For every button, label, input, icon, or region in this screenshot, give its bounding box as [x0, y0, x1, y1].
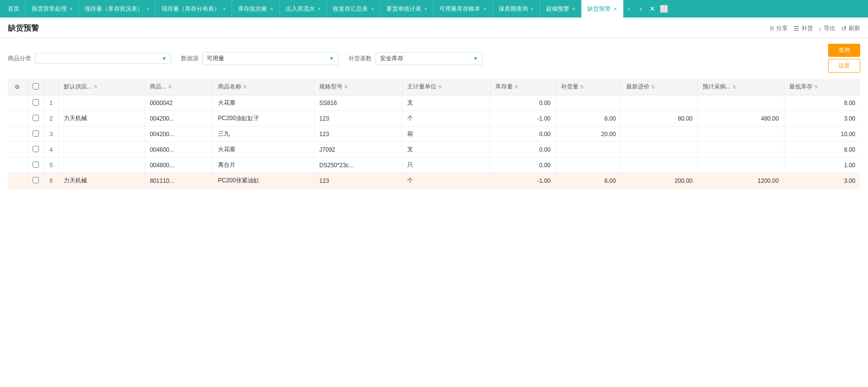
row-checkbox-2[interactable] — [33, 130, 39, 137]
row-checkbox-cell[interactable] — [27, 142, 44, 158]
tab-close-inventory-dist[interactable]: × — [223, 6, 226, 12]
select-all-checkbox[interactable] — [33, 83, 39, 89]
row-checkbox-cell[interactable] — [27, 95, 44, 111]
tab-expiry-query[interactable]: 保质期查询 × — [493, 0, 540, 18]
tab-close-batch-account[interactable]: × — [270, 6, 273, 12]
sort-icon-product-name: ⇅ — [243, 84, 247, 89]
replenish-button[interactable]: ☰ 补货 — [794, 24, 813, 33]
tab-close-recv-summary[interactable]: × — [371, 6, 374, 12]
tab-inventory-dist[interactable]: 现存量（库存分布表） × — [156, 0, 232, 18]
tab-close-expiry-query[interactable]: × — [531, 6, 534, 12]
row-min-stock-cell: 8.00 — [784, 142, 860, 158]
tab-batch-account[interactable]: 库存批次账 × — [232, 0, 279, 18]
row-est-purchase-cell: 1200.00 — [698, 173, 784, 189]
row-latest-price-cell — [621, 95, 698, 111]
row-unit-cell: 个 — [402, 111, 490, 126]
row-checkbox-4[interactable] — [33, 161, 39, 168]
tab-nav-maximize[interactable]: ⬜ — [658, 0, 670, 18]
row-min-stock-cell: 3.00 — [784, 173, 860, 189]
row-est-purchase-cell — [698, 142, 784, 158]
row-latest-price-cell: 80.00 — [621, 111, 698, 126]
tab-close-overstock-warn[interactable]: × — [572, 6, 575, 12]
row-checkbox-1[interactable] — [33, 115, 39, 121]
row-num-cell: 5 — [44, 158, 58, 173]
th-product-name[interactable]: 商品名称 ⇅ — [213, 79, 314, 95]
tab-demand-stat[interactable]: 要货单统计表 × — [380, 0, 434, 18]
th-min-stock[interactable]: 最低库存 ⇅ — [784, 79, 860, 95]
replenish-base-filter-group: 补货基数 安全库存 ▼ — [348, 52, 483, 65]
table-row: 6 力天机械 801110... PC200张紧油缸 123 个 -1.00 6… — [8, 173, 860, 189]
tab-close-proc-exception[interactable]: × — [70, 6, 72, 12]
category-label: 商品分类 — [8, 54, 31, 63]
row-checkbox-3[interactable] — [33, 146, 39, 152]
query-button[interactable]: 查询 — [828, 44, 860, 57]
datasource-select[interactable]: 可用量 ▼ — [202, 52, 339, 65]
row-replenish-cell: 6.00 — [556, 173, 621, 189]
th-est-purchase[interactable]: 预计采购... ⇅ — [698, 79, 784, 95]
tab-available-ledger[interactable]: 可用量库存账本 × — [434, 0, 492, 18]
row-replenish-cell — [556, 158, 621, 173]
th-product-code[interactable]: 商品... ⇅ — [145, 79, 213, 95]
th-unit[interactable]: 主计量单位 ⇅ — [402, 79, 490, 95]
row-est-purchase-cell — [698, 126, 784, 142]
th-gear[interactable]: ⚙ — [8, 79, 27, 95]
refresh-icon: ↺ — [841, 25, 847, 32]
row-checkbox-cell[interactable] — [27, 126, 44, 142]
row-checkbox-cell[interactable] — [27, 173, 44, 189]
th-replenish[interactable]: 补货量 ⇅ — [556, 79, 621, 95]
th-num — [44, 79, 58, 95]
tab-close-demand-stat[interactable]: × — [424, 6, 427, 12]
settings-button[interactable]: 设置 — [828, 59, 860, 73]
row-spec-cell: 123 — [314, 111, 402, 126]
refresh-button[interactable]: ↺ 刷新 — [841, 24, 860, 33]
tab-close-inout-flow[interactable]: × — [318, 6, 321, 12]
tab-close-available-ledger[interactable]: × — [483, 6, 486, 12]
page-header: 缺货预警 ⎘ 分享 ☰ 补货 ↓ 导出 ↺ 刷新 — [0, 18, 868, 38]
row-stock-cell: -1.00 — [490, 111, 556, 126]
row-spec-cell: DS250*23c... — [314, 158, 402, 173]
category-select[interactable]: ▼ — [35, 53, 171, 64]
tab-nav-next[interactable]: › — [635, 0, 647, 18]
row-stock-cell: -1.00 — [490, 173, 556, 189]
row-unit-cell: 支 — [402, 95, 490, 111]
row-product-name-cell: 三九 — [213, 126, 314, 142]
tab-inventory-status[interactable]: 现存量（库存状况表） × — [79, 0, 155, 18]
th-stock[interactable]: 库存量 ⇅ — [490, 79, 556, 95]
sort-icon-min-stock: ⇅ — [814, 84, 818, 89]
row-spec-cell: 123 — [314, 126, 402, 142]
th-spec[interactable]: 规格型号 ⇅ — [314, 79, 402, 95]
row-product-name-cell: 离合片 — [213, 158, 314, 173]
row-min-stock-cell: 3.00 — [784, 111, 860, 126]
row-latest-price-cell — [621, 158, 698, 173]
row-checkbox-5[interactable] — [33, 177, 39, 183]
row-product-code-cell: 004600... — [145, 142, 213, 158]
share-button[interactable]: ⎘ 分享 — [770, 24, 788, 33]
th-supplier[interactable]: 默认供应... ⇅ — [58, 79, 145, 95]
row-product-code-cell: 0000042 — [145, 95, 213, 111]
row-est-purchase-cell — [698, 158, 784, 173]
tab-overstock-warn[interactable]: 超储预警 × — [540, 0, 581, 18]
tab-recv-summary[interactable]: 收发存汇总表 × — [327, 0, 380, 18]
tab-close-inventory-status[interactable]: × — [146, 6, 149, 12]
tab-nav-close[interactable]: ✕ — [647, 0, 658, 18]
tab-proc-exception[interactable]: 拣货异常处理 × — [26, 0, 79, 18]
table-row: 3 004200... 三九 123 箱 0.00 20.00 10.00 — [8, 126, 860, 142]
row-num-cell: 2 — [44, 111, 58, 126]
datasource-label: 数据源 — [181, 54, 199, 63]
row-checkbox-cell[interactable] — [27, 158, 44, 173]
row-checkbox-cell[interactable] — [27, 111, 44, 126]
row-product-name-cell: 火花塞 — [213, 142, 314, 158]
tab-shortage-warn[interactable]: 缺货预警 × — [581, 0, 623, 18]
row-gear-cell — [8, 95, 27, 111]
header-actions: ⎘ 分享 ☰ 补货 ↓ 导出 ↺ 刷新 — [770, 24, 861, 33]
tab-close-shortage-warn[interactable]: × — [614, 6, 616, 12]
row-min-stock-cell: 10.00 — [784, 126, 860, 142]
export-button[interactable]: ↓ 导出 — [819, 24, 836, 33]
th-latest-price[interactable]: 最新进价 ⇅ — [621, 79, 698, 95]
tab-nav-prev[interactable]: ‹ — [623, 0, 635, 18]
row-checkbox-0[interactable] — [33, 99, 39, 106]
tab-inout-flow[interactable]: 出入库流水 × — [280, 0, 327, 18]
tab-home[interactable]: 首页 — [2, 0, 26, 18]
replenish-base-select[interactable]: 安全库存 ▼ — [376, 52, 483, 65]
sort-icon-supplier: ⇅ — [93, 84, 97, 89]
